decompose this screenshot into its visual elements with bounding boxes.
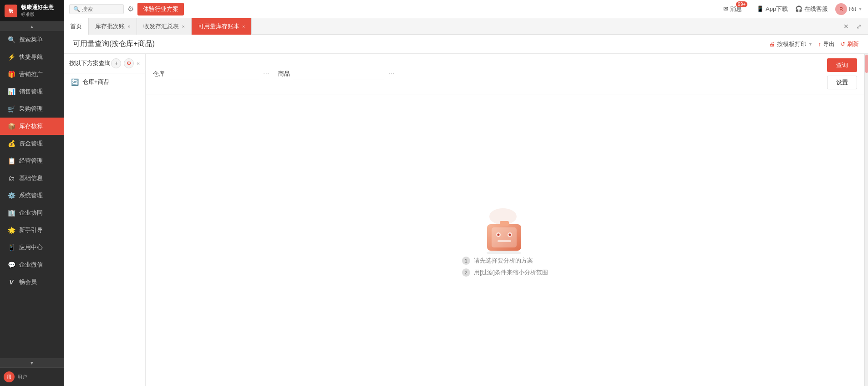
product-input[interactable] (293, 68, 384, 79)
topbar-search-box[interactable]: 🔍 (69, 4, 124, 14)
sidebar-item-sales[interactable]: 📊 销售管理 (0, 83, 64, 100)
empty-svg (478, 204, 533, 254)
filter-item-warehouse-product[interactable]: 🔄 仓库+商品 (64, 73, 145, 91)
tab-available[interactable]: 可用量库存账本 × (192, 18, 252, 35)
sidebar-scroll-down[interactable]: ▼ (0, 358, 64, 367)
query-filters: 仓库 ··· 商品 ··· 查询 设置 (146, 54, 864, 94)
message-icon: ✉ (723, 5, 728, 12)
scrollbar-thumb[interactable] (865, 55, 868, 73)
sidebar-item-shortcut[interactable]: ⚡ 快捷导航 (0, 48, 64, 66)
empty-step1: 1 请先选择要分析的方案 (462, 257, 548, 265)
sidebar-app-title: 畅康通好生意 (21, 4, 54, 11)
sidebar-item-label: 库存核算 (19, 122, 43, 130)
step2-circle: 2 (462, 268, 470, 277)
export-btn[interactable]: ↑ 导出 (818, 40, 835, 48)
sidebar-logo: 畅 (5, 5, 17, 17)
online-service[interactable]: 🎧 在线客服 (795, 5, 828, 13)
sidebar: 畅 畅康通好生意 标准版 ▲ 🔍 搜索菜单 ⚡ 快捷导航 🎁 营销推广 📊 销售… (0, 0, 64, 386)
query-area: 仓库 ··· 商品 ··· 查询 设置 (146, 54, 864, 386)
query-right-btns: 查询 设置 (827, 58, 857, 89)
sidebar-subtitle: 标准版 (21, 11, 54, 18)
clipboard-icon: 📋 (7, 157, 15, 165)
empty-state: 1 请先选择要分析的方案 2 用[过滤]条件来缩小分析范围 (146, 94, 864, 386)
filter-header-icons: + ⚙ « (111, 58, 140, 68)
tabs-expand-btn[interactable]: ⤢ (853, 21, 864, 32)
sidebar-item-wechat[interactable]: 💬 企业微信 (0, 256, 64, 273)
svg-point-5 (497, 234, 499, 236)
warehouse-dots[interactable]: ··· (261, 70, 271, 78)
svg-rect-2 (492, 227, 517, 247)
sidebar-item-finance[interactable]: 💰 资金管理 (0, 135, 64, 152)
main-area: 🔍 ⚙ 体验行业方案 ✉ 消息 99+ 📱 App下载 🎧 在线客服 R Rit (64, 0, 868, 386)
sidebar-bottom: 用 用户 (0, 367, 64, 386)
search-input[interactable] (82, 6, 118, 12)
refresh-btn[interactable]: ↺ 刷新 (840, 40, 859, 48)
tab-summary[interactable]: 收发存汇总表 × (137, 18, 191, 35)
filter-collapse-btn[interactable]: « (137, 60, 140, 67)
sidebar-item-label: 搜索菜单 (19, 36, 43, 44)
empty-text: 1 请先选择要分析的方案 2 用[过滤]条件来缩小分析范围 (462, 257, 548, 277)
sidebar-item-label: 新手引导 (19, 226, 43, 234)
sidebar-item-newuser[interactable]: 🌟 新手引导 (0, 221, 64, 239)
sync-icon: 🔄 (71, 78, 79, 86)
query-btn[interactable]: 查询 (827, 58, 857, 72)
sidebar-item-label: 快捷导航 (19, 53, 43, 61)
tab-available-close[interactable]: × (242, 24, 245, 29)
app-download-label: App下载 (766, 5, 788, 13)
print-btn[interactable]: 🖨 按模板打印 ▼ (769, 40, 813, 48)
sidebar-item-label: 企业协同 (19, 209, 43, 217)
refresh-icon: ↺ (840, 41, 845, 47)
star-icon: 🌟 (7, 226, 15, 234)
sidebar-nav: 🔍 搜索菜单 ⚡ 快捷导航 🎁 营销推广 📊 销售管理 🛒 采购管理 📦 库存核… (0, 31, 64, 358)
user-name: Rit (849, 5, 856, 12)
tab-batch-label: 库存批次账 (95, 22, 125, 31)
tab-batch-close[interactable]: × (127, 24, 130, 29)
sidebar-item-member[interactable]: V 畅会员 (0, 273, 64, 291)
settings-btn[interactable]: 设置 (827, 76, 857, 89)
sidebar-item-marketing[interactable]: 🎁 营销推广 (0, 66, 64, 83)
warehouse-input[interactable] (168, 68, 259, 79)
sidebar-item-purchase[interactable]: 🛒 采购管理 (0, 100, 64, 118)
sidebar-header: 畅 畅康通好生意 标准版 (0, 0, 64, 22)
tabs-close-all-btn[interactable]: ✕ (841, 21, 852, 32)
user-menu[interactable]: R Rit ▼ (835, 3, 863, 15)
product-label: 商品 (278, 70, 290, 78)
product-dots[interactable]: ··· (386, 70, 396, 78)
industry-btn[interactable]: 体验行业方案 (137, 3, 184, 15)
sidebar-item-label: 经营管理 (19, 157, 43, 165)
empty-step2: 2 用[过滤]条件来缩小分析范围 (462, 268, 548, 277)
search-icon: 🔍 (73, 6, 80, 12)
cart-icon: 🛒 (7, 105, 15, 113)
tab-home[interactable]: 首页 (64, 18, 89, 35)
filter-add-btn[interactable]: + (111, 58, 121, 68)
chevron-down-icon: ▼ (808, 41, 813, 46)
sidebar-scroll-up[interactable]: ▲ (0, 22, 64, 31)
tab-batch[interactable]: 库存批次账 × (89, 18, 137, 35)
sidebar-item-enterprise[interactable]: 🏢 企业协同 (0, 204, 64, 221)
chat-icon: 💬 (7, 261, 15, 269)
warehouse-label: 仓库 (153, 70, 165, 78)
sidebar-item-inventory[interactable]: 📦 库存核算 (0, 118, 64, 135)
sidebar-item-search[interactable]: 🔍 搜索菜单 (0, 31, 64, 48)
sidebar-item-appcenter[interactable]: 📱 应用中心 (0, 239, 64, 256)
gift-icon: 🎁 (7, 70, 15, 78)
sidebar-item-label: 营销推广 (19, 70, 43, 78)
sidebar-item-operations[interactable]: 📋 经营管理 (0, 152, 64, 170)
app-download[interactable]: 📱 App下载 (756, 5, 788, 13)
right-scrollbar[interactable] (864, 54, 868, 386)
filter-setting-btn[interactable]: ⚙ (124, 58, 134, 68)
filter-panel: 按以下方案查询 + ⚙ « 🔄 仓库+商品 (64, 54, 146, 386)
sidebar-item-basic[interactable]: 🗂 基础信息 (0, 170, 64, 187)
phone-icon: 📱 (7, 243, 15, 252)
empty-illustration (478, 204, 533, 249)
page-header: 可用量查询(按仓库+商品) 🖨 按模板打印 ▼ ↑ 导出 ↺ 刷新 (64, 35, 868, 54)
tab-summary-close[interactable]: × (182, 24, 184, 29)
tab-summary-label: 收发存汇总表 (143, 22, 179, 31)
sidebar-item-system[interactable]: ⚙️ 系统管理 (0, 187, 64, 204)
folder-icon: 🗂 (7, 174, 15, 182)
step1-circle: 1 (462, 257, 470, 265)
gear-icon[interactable]: ⚙ (127, 5, 134, 13)
svg-point-6 (508, 234, 511, 236)
filter-item-label: 仓库+商品 (82, 78, 110, 86)
messages-badge[interactable]: ✉ 消息 99+ (723, 5, 742, 13)
